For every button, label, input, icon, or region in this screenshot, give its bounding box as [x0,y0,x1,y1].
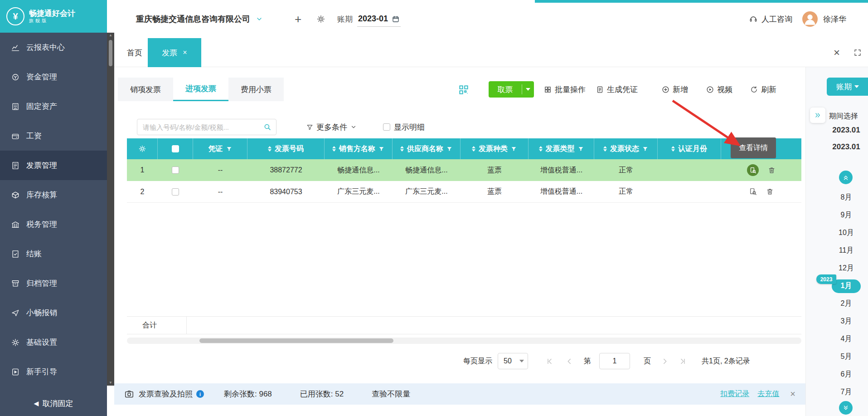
search-icon[interactable] [263,123,272,131]
month-option[interactable]: 5月 [824,348,868,366]
table-row[interactable]: 2 -- 83940753 广东三元麦... 广东三元麦... 蓝票 增值税普通… [127,181,801,203]
recharge-link[interactable]: 去充值 [757,389,779,399]
sidebar-item-salary[interactable]: 工资 [0,121,107,151]
sidebar-item-inventory[interactable]: 库存核算 [0,180,107,210]
get-invoice-dropdown[interactable] [522,86,534,93]
sort-icon[interactable] [603,146,607,152]
delete-button[interactable] [766,188,774,196]
sort-icon[interactable] [332,146,336,152]
info-icon[interactable]: i [196,390,204,398]
sort-icon[interactable] [671,146,675,152]
sort-icon[interactable] [539,146,543,152]
header-invoice-number[interactable]: 发票号码 [247,138,325,159]
month-option[interactable]: 10月 [824,224,868,242]
video-button[interactable]: 视频 [706,81,732,98]
settings-gear-button[interactable] [316,0,325,38]
last-page-button[interactable] [679,349,687,373]
search-input[interactable] [143,123,260,131]
select-all-checkbox[interactable] [172,145,179,152]
add-new-button[interactable]: 新增 [662,81,688,98]
scroll-down-arrow-icon[interactable]: ▼ [107,380,114,386]
support-button[interactable]: 人工咨询 [749,14,792,24]
fullscreen-button[interactable] [853,38,862,67]
show-detail-toggle[interactable]: 显示明细 [383,119,425,135]
close-tab-icon[interactable]: × [183,49,187,57]
tab-home[interactable]: 首页 [127,38,142,67]
batch-operations-button[interactable]: 批量操作 [544,81,586,98]
sidebar-unpin-button[interactable]: ◀ 取消固定 [0,391,107,416]
month-option[interactable]: 2月 [824,295,868,313]
filter-funnel-icon[interactable] [642,146,648,152]
row-checkbox[interactable] [172,188,179,196]
next-page-button[interactable] [661,349,669,373]
month-option[interactable]: 4月 [824,330,868,348]
header-cert-month[interactable]: 认证月份 [658,138,721,159]
company-selector[interactable]: 重庆畅捷交通信息咨询有限公司 [136,0,263,38]
delete-button[interactable] [768,166,776,174]
scrollbar-thumb[interactable] [199,338,393,343]
sidebar-item-invoice[interactable]: 发票管理 [0,151,107,180]
filter-funnel-icon[interactable] [511,146,517,152]
subtab-sales-invoice[interactable]: 销项发票 [118,78,173,101]
period-button[interactable]: 账期 [827,78,868,96]
get-invoice-button[interactable]: 取票 [489,81,534,98]
prev-page-button[interactable] [566,349,573,373]
sidebar-item-archive[interactable]: 归档管理 [0,269,107,298]
page-number-input[interactable] [599,353,630,369]
subtab-expense-receipt[interactable]: 费用小票 [228,78,284,101]
sidebar-item-fixed-assets[interactable]: 固定资产 [0,92,107,121]
header-invoice-type[interactable]: 发票类型 [529,138,594,159]
sidebar-item-cloud-reports[interactable]: 云报表中心 [0,33,107,62]
filter-funnel-icon[interactable] [578,146,584,152]
first-page-button[interactable] [546,349,553,373]
month-option[interactable]: 7月 [824,383,868,401]
sidebar-scrollbar[interactable]: ▲ ▼ [107,33,114,386]
sort-icon[interactable] [268,146,272,152]
header-voucher[interactable]: 凭证 [193,138,247,159]
show-detail-checkbox[interactable] [383,123,390,131]
filter-funnel-icon[interactable] [378,146,384,152]
scroll-up-arrow-icon[interactable]: ▲ [107,33,114,38]
collapse-panel-button[interactable] [810,108,825,123]
column-settings-button[interactable] [127,138,158,159]
sort-icon[interactable] [472,146,475,152]
scrollbar-thumb[interactable] [109,40,112,66]
close-workspace-button[interactable]: × [834,38,840,67]
sidebar-item-settings[interactable]: 基础设置 [0,328,107,357]
user-avatar[interactable] [802,11,818,27]
row-checkbox[interactable] [172,166,179,174]
sort-icon[interactable] [400,146,404,152]
month-option[interactable]: 3月 [824,313,868,330]
qr-scan-button[interactable] [458,84,470,98]
fee-log-link[interactable]: 扣费记录 [720,389,749,399]
scroll-months-up-button[interactable] [839,171,853,184]
filter-funnel-icon[interactable] [446,146,452,152]
user-name[interactable]: 徐泽华 [823,14,846,24]
header-supplier[interactable]: 供应商名称 [393,138,461,159]
month-option[interactable]: 8月 [824,189,868,206]
horizontal-scrollbar[interactable] [127,338,801,344]
table-row[interactable]: 1 -- 38872772 畅捷通信息... 畅捷通信息... 蓝票 增值税普通… [127,159,801,181]
filter-funnel-icon[interactable] [226,146,232,152]
add-account-button[interactable]: + [295,0,301,38]
scroll-months-down-button[interactable] [839,401,853,415]
per-page-select[interactable]: 50 [498,353,528,369]
sidebar-item-guide[interactable]: 新手引导 [0,357,107,387]
month-option[interactable]: 11月 [824,242,868,259]
month-option[interactable]: 6月 [824,366,868,383]
month-option[interactable]: 9月 [824,206,868,224]
header-seller[interactable]: 销售方名称 [325,138,393,159]
subtab-purchase-invoice[interactable]: 进项发票 [173,78,228,101]
tab-invoice[interactable]: 发票 × [148,38,201,67]
sidebar-item-tax[interactable]: 税务管理 [0,210,107,239]
select-all-header[interactable] [158,138,193,159]
sidebar-item-closing[interactable]: 结账 [0,239,107,269]
close-bar-button[interactable]: × [790,389,795,399]
period-from-date[interactable]: 2023.01 [824,126,868,135]
view-details-button[interactable] [747,164,759,176]
period-value-picker[interactable]: 2023-01 [357,11,401,27]
sidebar-item-funds[interactable]: 资金管理 [0,62,107,92]
header-invoice-kind[interactable]: 发票种类 [461,138,529,159]
view-details-button[interactable] [749,188,757,196]
more-conditions-button[interactable]: 更多条件 [306,119,357,135]
